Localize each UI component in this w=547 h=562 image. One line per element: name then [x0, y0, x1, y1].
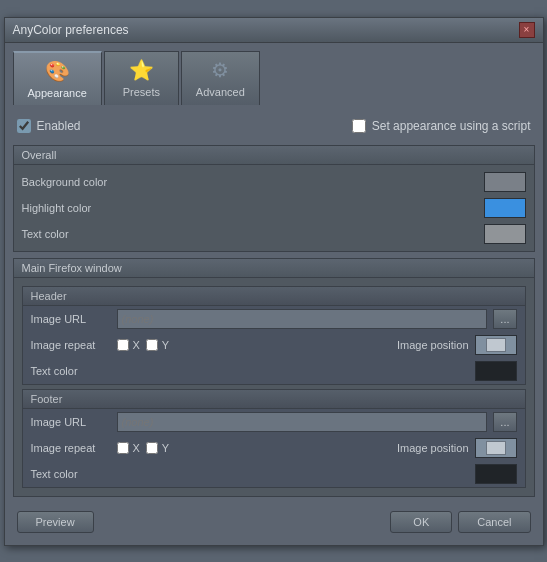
ok-button[interactable]: OK — [390, 511, 452, 533]
cancel-button[interactable]: Cancel — [458, 511, 530, 533]
header-image-url-input[interactable] — [117, 309, 488, 329]
enabled-checkbox[interactable] — [17, 119, 31, 133]
dialog-footer: Preview OK Cancel — [13, 503, 535, 537]
footer-position-label: Image position — [397, 442, 469, 454]
main-window: AnyColor preferences × 🎨 Appearance ⭐ Pr… — [4, 17, 544, 546]
close-button[interactable]: × — [519, 22, 535, 38]
footer-repeat-x-checkbox[interactable] — [117, 442, 129, 454]
footer-repeat-y-checkbox[interactable] — [146, 442, 158, 454]
header-subsection: Header Image URL ... Image repeat X — [22, 286, 526, 385]
background-color-row: Background color — [14, 169, 534, 195]
header-repeat-y-group: Y — [146, 339, 169, 351]
background-color-label: Background color — [22, 176, 122, 188]
tab-presets[interactable]: ⭐ Presets — [104, 51, 179, 105]
header-image-url-label: Image URL — [31, 313, 111, 325]
appearance-icon: 🎨 — [45, 59, 70, 83]
tab-appearance-label: Appearance — [28, 87, 87, 99]
header-position-swatch[interactable] — [475, 335, 517, 355]
background-color-swatch[interactable] — [484, 172, 526, 192]
header-repeat-x-checkbox[interactable] — [117, 339, 129, 351]
content-area: 🎨 Appearance ⭐ Presets ⚙ Advanced Enable… — [5, 43, 543, 545]
footer-browse-button[interactable]: ... — [493, 412, 516, 432]
header-subsection-title: Header — [23, 287, 525, 306]
header-text-color-row: Text color — [23, 358, 525, 384]
footer-repeat-x-group: X — [117, 442, 140, 454]
title-bar: AnyColor preferences × — [5, 18, 543, 43]
highlight-color-label: Highlight color — [22, 202, 122, 214]
footer-position-swatch[interactable] — [475, 438, 517, 458]
highlight-color-row: Highlight color — [14, 195, 534, 221]
tab-advanced[interactable]: ⚙ Advanced — [181, 51, 260, 105]
header-text-color-label: Text color — [31, 365, 111, 377]
header-repeat-row: Image repeat X Y Image position — [23, 332, 525, 358]
footer-subsection: Footer Image URL ... Image repeat X — [22, 389, 526, 488]
header-position-inner — [486, 338, 506, 352]
main-firefox-body: Header Image URL ... Image repeat X — [14, 278, 534, 496]
footer-image-url-label: Image URL — [31, 416, 111, 428]
text-color-swatch[interactable] — [484, 224, 526, 244]
header-y-label: Y — [162, 339, 169, 351]
tab-appearance[interactable]: 🎨 Appearance — [13, 51, 102, 105]
highlight-color-swatch[interactable] — [484, 198, 526, 218]
advanced-icon: ⚙ — [211, 58, 229, 82]
footer-subsection-title: Footer — [23, 390, 525, 409]
script-label: Set appearance using a script — [372, 119, 531, 133]
header-repeat-x-group: X — [117, 339, 140, 351]
footer-image-url-input[interactable] — [117, 412, 488, 432]
footer-repeat-y-group: Y — [146, 442, 169, 454]
overall-section: Overall Background color Highlight color… — [13, 145, 535, 252]
script-checkbox[interactable] — [352, 119, 366, 133]
text-color-row: Text color — [14, 221, 534, 247]
header-position-label: Image position — [397, 339, 469, 351]
footer-text-color-row: Text color — [23, 461, 525, 487]
tab-bar: 🎨 Appearance ⭐ Presets ⚙ Advanced — [13, 51, 535, 105]
footer-text-color-label: Text color — [31, 468, 111, 480]
header-repeat-y-checkbox[interactable] — [146, 339, 158, 351]
footer-x-label: X — [133, 442, 140, 454]
window-title: AnyColor preferences — [13, 23, 129, 37]
ok-cancel-group: OK Cancel — [390, 511, 530, 533]
header-browse-button[interactable]: ... — [493, 309, 516, 329]
header-text-color-swatch[interactable] — [475, 361, 517, 381]
header-repeat-label: Image repeat — [31, 339, 111, 351]
enabled-label: Enabled — [37, 119, 81, 133]
script-checkbox-label[interactable]: Set appearance using a script — [352, 119, 531, 133]
footer-y-label: Y — [162, 442, 169, 454]
overall-header: Overall — [14, 146, 534, 165]
header-x-label: X — [133, 339, 140, 351]
presets-icon: ⭐ — [129, 58, 154, 82]
preview-button[interactable]: Preview — [17, 511, 94, 533]
footer-image-url-row: Image URL ... — [23, 409, 525, 435]
top-options: Enabled Set appearance using a script — [13, 113, 535, 139]
overall-body: Background color Highlight color Text co… — [14, 165, 534, 251]
enabled-checkbox-label[interactable]: Enabled — [17, 119, 81, 133]
footer-repeat-label: Image repeat — [31, 442, 111, 454]
footer-repeat-row: Image repeat X Y Image position — [23, 435, 525, 461]
main-firefox-header: Main Firefox window — [14, 259, 534, 278]
footer-text-color-swatch[interactable] — [475, 464, 517, 484]
header-image-url-row: Image URL ... — [23, 306, 525, 332]
main-firefox-section: Main Firefox window Header Image URL ...… — [13, 258, 535, 497]
tab-advanced-label: Advanced — [196, 86, 245, 98]
text-color-label: Text color — [22, 228, 122, 240]
footer-position-inner — [486, 441, 506, 455]
tab-presets-label: Presets — [123, 86, 160, 98]
